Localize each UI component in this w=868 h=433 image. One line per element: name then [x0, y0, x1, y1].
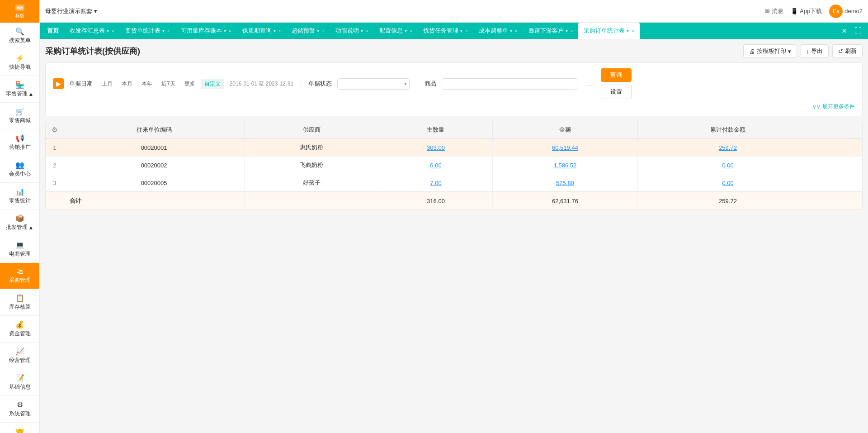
tab-cost-adj[interactable]: 成本调整单 ▾ × [473, 23, 523, 39]
row-extra-3 [818, 174, 862, 192]
app-download-button[interactable]: 📱 App下载 [791, 7, 822, 15]
filter-divider2 [417, 79, 417, 88]
table-container: ⚙ 往来单位编码 供应商 主数量 金额 累计付款金额 1 00020001 [45, 121, 863, 210]
close-all-tabs-button[interactable]: ✕ [839, 26, 850, 36]
export-button[interactable]: ↓ 导出 [801, 44, 829, 58]
filter-row: ▶ 单据日期 上月 本月 本年 近7天 更多 自定义 2016-01-01 至 … [53, 68, 855, 99]
expand-more-button[interactable]: ∨∨ 展开更多条件 [812, 103, 855, 110]
row-paid-1[interactable]: 259.72 [637, 139, 818, 157]
goods-more-icon[interactable]: … [585, 80, 592, 88]
date-shortcut-this-year[interactable]: 本年 [138, 79, 156, 89]
restore-window-button[interactable]: ⛶ [852, 26, 864, 36]
download-icon: 📱 [791, 8, 798, 14]
topbar: 母婴行业演示账套 ▾ ✉ 消息 📱 App下载 Ea demo2 [40, 0, 868, 23]
date-shortcut-this-month[interactable]: 本月 [118, 79, 136, 89]
row-amount-1[interactable]: 60,519.44 [492, 139, 637, 157]
status-select-wrap [337, 78, 410, 90]
th-empty [818, 121, 862, 139]
tab-collection[interactable]: 收发存汇总表 ▾ × [64, 23, 120, 39]
tab-close-icon11[interactable]: × [632, 29, 634, 33]
date-shortcut-last-month[interactable]: 上月 [98, 79, 116, 89]
tab-close-icon3[interactable]: × [229, 29, 231, 33]
tab-close-icon[interactable]: × [112, 29, 114, 33]
row-num-2: 2 [46, 157, 64, 174]
row-qty-1[interactable]: 303.00 [379, 139, 493, 157]
sidebar-item-member[interactable]: 👥 会员中心 [0, 156, 39, 183]
tab-close-icon7[interactable]: × [410, 29, 412, 33]
filter-divider [301, 79, 301, 88]
tab-available-stock[interactable]: 可用量库存账本 ▾ × [175, 23, 237, 39]
row-qty-2[interactable]: 6.00 [379, 157, 493, 174]
th-settings[interactable]: ⚙ [46, 121, 64, 139]
row-paid-2[interactable]: 0.00 [637, 157, 818, 174]
tab-overstock[interactable]: 超储预警 ▾ × [286, 23, 330, 39]
sidebar-item-search[interactable]: 🔍 搜索英单 [0, 23, 39, 49]
tab-config[interactable]: 配置信息 ▾ × [374, 23, 418, 39]
sidebar-item-quick-nav[interactable]: ⚡ 快捷导航 [0, 49, 39, 76]
table-row: 2 00020002 飞鹤奶粉 6.00 1,586.52 0.00 [46, 157, 862, 174]
tab-close-icon4[interactable]: × [278, 29, 281, 33]
print-button[interactable]: 🖨 按模板打印 ▾ [743, 44, 797, 58]
tab-func-desc[interactable]: 功能说明 ▾ × [330, 23, 374, 39]
tab-pick-task[interactable]: 拣货任务管理 ▾ × [418, 23, 473, 39]
sidebar-item-sys-mgmt[interactable]: ⚙ 系统管理 [0, 396, 39, 423]
user-profile[interactable]: Ea demo2 [829, 5, 863, 18]
print-dropdown-icon: ▾ [788, 48, 791, 55]
footer-qty: 316.00 [379, 192, 493, 209]
workspace-selector[interactable]: 母婴行业演示账套 ▾ [45, 7, 118, 15]
enterprise-icon: 🤝 [15, 427, 24, 433]
row-qty-3[interactable]: 7.00 [379, 174, 493, 192]
date-label: 单据日期 [69, 80, 93, 88]
date-custom-tag[interactable]: 自定义 [201, 79, 224, 89]
sidebar-item-inventory[interactable]: 📋 库存核算 [0, 289, 39, 316]
tab-home[interactable]: 首页 [42, 23, 64, 39]
message-button[interactable]: ✉ 消息 [765, 7, 783, 15]
sidebar-item-retail-mall[interactable]: 🛒 零售商城 [0, 103, 39, 129]
goods-input[interactable] [442, 78, 577, 90]
row-amount-2[interactable]: 1,586.52 [492, 157, 637, 174]
table-gear-icon[interactable]: ⚙ [52, 126, 57, 133]
ops-icon: 📈 [15, 347, 24, 356]
nav-tabs-right: ✕ ⛶ [839, 26, 866, 36]
status-select[interactable] [337, 78, 410, 90]
tab-purchase-stat[interactable]: 要货单统计表 ▾ × [120, 23, 175, 39]
sidebar-item-purchase[interactable]: 🛍 采购管理 [0, 263, 39, 289]
tab-close-icon8[interactable]: × [465, 29, 468, 33]
tab-po-stat[interactable]: 采购订单统计表 ▾ × [578, 23, 640, 39]
sidebar-item-retail-mgmt[interactable]: 🏪 零售管理 ▲ [0, 76, 39, 103]
sidebar-item-finance[interactable]: 💰 资金管理 [0, 316, 39, 343]
status-label: 单据状态 [308, 80, 332, 88]
table-footer-row: 合计 316.00 62,631.76 259.72 [46, 192, 862, 209]
row-paid-3[interactable]: 0.00 [637, 174, 818, 192]
date-shortcut-more[interactable]: 更多 [181, 79, 199, 89]
tab-dropdown-icon: ▾ [107, 29, 109, 33]
row-num-1: 1 [46, 139, 64, 157]
filter-collapse-button[interactable]: ▶ [53, 78, 64, 89]
tab-close-icon2[interactable]: × [167, 29, 170, 33]
sidebar-item-wholesale[interactable]: 📦 批发管理 ▲ [0, 209, 39, 236]
tab-close-icon5[interactable]: × [322, 29, 325, 33]
sidebar-item-base-info[interactable]: 📝 基础信息 [0, 369, 39, 396]
sidebar-item-ops[interactable]: 📈 经营管理 [0, 343, 39, 369]
finance-icon: 💰 [15, 320, 24, 329]
tab-invite-customer[interactable]: 邀请下游客户 ▾ × [523, 23, 579, 39]
tab-close-icon9[interactable]: × [515, 29, 518, 33]
sidebar-item-enterprise[interactable]: 🤝 企业协同 [0, 423, 39, 433]
workspace-name: 母婴行业演示账套 [45, 7, 92, 15]
query-button[interactable]: 查询 [601, 68, 632, 82]
sidebar-item-marketing[interactable]: 📢 营销推广 [0, 129, 39, 156]
tab-close-icon6[interactable]: × [366, 29, 368, 33]
settings-button[interactable]: 设置 [601, 85, 632, 99]
row-num-3: 3 [46, 174, 64, 192]
sidebar: 畅捷 标版 🔍 搜索英单 ⚡ 快捷导航 🏪 零售管理 ▲ 🛒 零售商城 📢 营销… [0, 0, 40, 433]
row-amount-3[interactable]: 525.80 [492, 174, 637, 192]
refresh-button[interactable]: ↺ 刷新 [832, 44, 863, 58]
sidebar-item-ecommerce[interactable]: 💻 电商管理 [0, 236, 39, 263]
footer-label: 合计 [64, 192, 244, 209]
sidebar-item-retail-stat[interactable]: 📊 零售统计 [0, 183, 39, 209]
date-shortcut-7days[interactable]: 近7天 [158, 79, 179, 89]
page-content: 采购订单统计表(按供应商) 🖨 按模板打印 ▾ ↓ 导出 ↺ 刷新 [40, 39, 868, 433]
tab-close-icon10[interactable]: × [571, 29, 573, 33]
tab-warranty[interactable]: 保质期查询 ▾ × [237, 23, 287, 39]
marketing-icon: 📢 [15, 134, 24, 143]
